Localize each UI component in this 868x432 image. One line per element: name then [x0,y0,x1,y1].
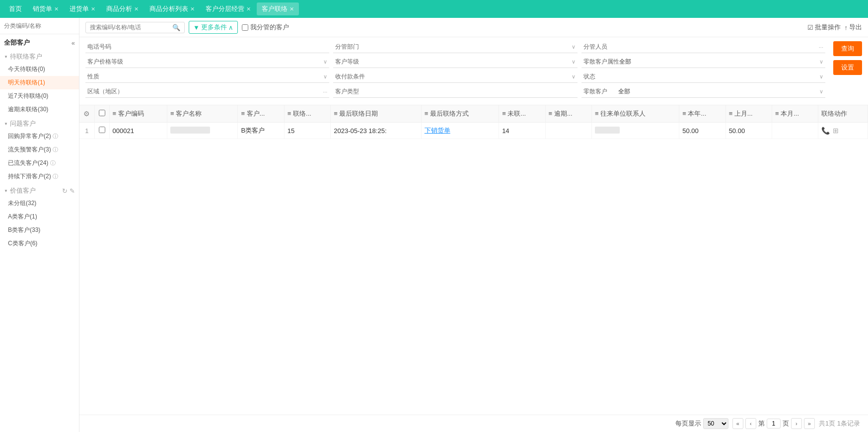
batch-button[interactable]: ☑ 批量操作 [807,23,841,32]
nav-customer-contact[interactable]: 客户联络 ✕ [257,2,299,15]
next-page-button[interactable]: › [791,418,802,429]
region-more-icon[interactable]: ··· [323,89,327,95]
total-records: 共1页 1条记录 [819,419,860,428]
sidebar-group-value-actions: ↻ ✎ [62,187,75,195]
toolbar-right: ☑ 批量操作 ↑ 导出 [807,23,863,32]
nav-sales-close[interactable]: ✕ [54,6,59,12]
retail-customer-dropdown-icon[interactable]: ∨ [819,88,823,95]
row-last-month: 50.00 [725,123,772,139]
query-button[interactable]: 查询 [833,41,862,56]
contact-method-link[interactable]: 下销货单 [425,127,450,134]
pagination: « ‹ 第 页 › » [732,418,815,429]
sidebar-item-ungrouped[interactable]: 未分组(32) [0,197,79,210]
nav-customer-contact-close[interactable]: ✕ [289,6,294,12]
sidebar-item-lost[interactable]: 已流失客户(24) ⓘ [0,156,79,170]
col-last-month: ≡ 上月... [725,105,772,123]
customer-table: ⚙ ≡ 客户编码 ≡ 客户名称 ≡ 客户... [79,105,868,139]
prev-page-button[interactable]: ‹ [745,418,756,429]
filter-customer-level[interactable]: 客户等级 ∨ [333,56,577,68]
sidebar-item-tomorrow[interactable]: 明天待联络(1) [0,76,79,89]
group-problems-expand-icon: ▼ [4,122,8,126]
col-contact-count: ≡ 联络... [284,105,330,123]
filter-price-level[interactable]: 客户价格等级 ∨ [85,56,329,68]
filter-row-1: 电话号码 分管部门 ∨ 分管人员 ··· [85,41,825,53]
nav-customer-tier[interactable]: 客户分层经营 ✕ [201,2,256,15]
col-last-contact-method: ≡ 最后联络方式 [421,105,499,123]
nav-home[interactable]: 首页 [4,2,27,15]
price-level-dropdown-icon[interactable]: ∨ [323,59,327,65]
customer-name-masked [170,127,210,134]
last-page-button[interactable]: » [804,418,815,429]
sidebar-group-pending: ▼ 待联络客户 [0,49,79,63]
row-last-contact-date: 2023-05-23 18:25: [331,123,422,139]
nav-sales[interactable]: 销货单 ✕ [28,2,64,15]
nav-goods-analysis-close[interactable]: ✕ [134,6,139,12]
sidebar-item-class-a[interactable]: A类客户(1) [0,210,79,223]
checkbox-col-header [94,105,109,123]
export-button[interactable]: ↑ 导出 [845,23,863,32]
status-dropdown-icon[interactable]: ∨ [819,73,823,80]
sidebar-item-today[interactable]: 今天待联络(0) [0,63,79,76]
edit-icon[interactable]: ✎ [70,187,75,195]
payment-dropdown-icon[interactable]: ∨ [572,73,576,80]
refresh-icon[interactable]: ↻ [62,187,68,195]
nav-purchase[interactable]: 进货单 ✕ [65,2,100,15]
content-area: 🔍 ▼ 更多条件 ∧ 我分管的客户 ☑ 批量操作 ↑ 导出 [79,18,868,432]
more-filter-button[interactable]: ▼ 更多条件 ∧ [189,21,238,34]
main-search-icon[interactable]: 🔍 [172,24,180,31]
contact-person-masked [595,127,620,134]
filter-payment[interactable]: 收付款条件 ∨ [333,71,577,83]
filter-retail-attr[interactable]: 零散客户属性 全部 ∨ [581,56,825,68]
action-icons-container: 📞 ⊞ [821,127,865,135]
sidebar-search-input[interactable] [4,22,78,29]
row-contact-count: 15 [284,123,330,139]
first-page-button[interactable]: « [732,418,743,429]
person-more-icon[interactable]: ··· [819,44,823,50]
nav-purchase-close[interactable]: ✕ [91,6,95,12]
top-navigation: 首页 销货单 ✕ 进货单 ✕ 商品分析 ✕ 商品分析列表 ✕ 客户分层经营 ✕ … [0,0,868,18]
sidebar-item-declining[interactable]: 持续下滑客户(2) ⓘ [0,170,79,183]
nav-customer-tier-close[interactable]: ✕ [246,6,251,12]
filter-panel: 电话号码 分管部门 ∨ 分管人员 ··· [79,37,868,105]
sidebar-item-class-c[interactable]: C类客户(6) [0,237,79,250]
main-search-input[interactable] [90,24,170,31]
filter-customer-type[interactable]: 客户类型 [333,86,577,98]
sidebar-all-customers[interactable]: 全部客户 « [0,34,79,49]
nav-goods-list-close[interactable]: ✕ [190,6,195,12]
sidebar-item-week[interactable]: 近7天待联络(0) [0,89,79,103]
sidebar-search-box: 🔍 [0,18,79,34]
reset-button[interactable]: 设置 [833,60,862,75]
retail-attr-dropdown-icon[interactable]: ∨ [819,59,823,65]
filter-dept[interactable]: 分管部门 ∨ [333,41,577,53]
filter-person[interactable]: 分管人员 ··· [581,41,825,53]
grid-action-icon[interactable]: ⊞ [833,127,839,135]
nature-dropdown-icon[interactable]: ∨ [323,73,327,80]
page-size-select[interactable]: 50 100 200 [703,418,728,429]
page-number-input[interactable] [767,419,781,429]
page-size-section: 每页显示 50 100 200 [675,418,728,429]
phone-action-icon[interactable]: 📞 [821,127,830,135]
sidebar-item-abnormal[interactable]: 回购异常客户(2) ⓘ [0,130,79,143]
filter-nature[interactable]: 性质 ∨ [85,71,329,83]
select-all-checkbox[interactable] [99,110,105,116]
filter-retail-customer[interactable]: 零散客户 全部 ∨ [581,86,825,98]
dept-dropdown-icon[interactable]: ∨ [572,44,576,50]
customer-level-dropdown-icon[interactable]: ∨ [572,59,576,65]
nav-goods-analysis[interactable]: 商品分析 ✕ [101,2,144,15]
row-customer-type: B类客户 [238,123,284,139]
nav-goods-list[interactable]: 商品分析列表 ✕ [145,2,200,15]
row-select-checkbox[interactable] [99,127,105,133]
filter-status[interactable]: 状态 ∨ [581,71,825,83]
filter-region[interactable]: 区域（地区） ··· [85,86,329,98]
main-layout: 🔍 全部客户 « ▼ 待联络客户 今天待联络(0) 明天待联络(1) 近7天待联… [0,18,868,432]
table-header-row: ⚙ ≡ 客户编码 ≡ 客户名称 ≡ 客户... [79,105,868,123]
sidebar-item-overdue[interactable]: 逾期未联络(30) [0,103,79,116]
sidebar-item-lost-warning[interactable]: 流失预警客户(3) ⓘ [0,143,79,156]
sidebar-item-class-b[interactable]: B类客户(33) [0,223,79,237]
my-customers-checkbox[interactable]: 我分管的客户 [242,23,289,32]
sidebar-collapse-icon[interactable]: « [72,39,75,47]
table-settings-icon[interactable]: ⚙ [83,110,90,118]
my-customers-check[interactable] [242,24,248,31]
col-contact-person: ≡ 往来单位联系人 [591,105,679,123]
row-contact-person [591,123,679,139]
